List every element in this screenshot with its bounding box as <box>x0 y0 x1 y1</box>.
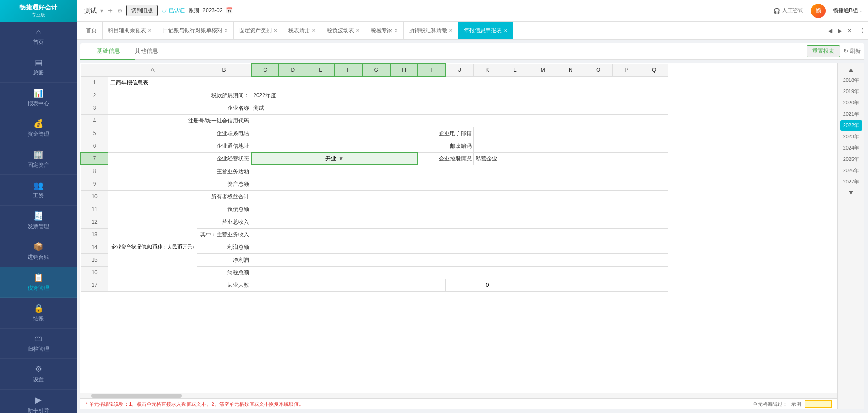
tab-tax-change[interactable]: 税负波动表 ✕ <box>321 22 365 40</box>
sidebar-item-ledger[interactable]: ▤ 总账 <box>0 52 77 83</box>
reg-no-value[interactable] <box>251 114 668 127</box>
tab-close-tax-return[interactable]: ✕ <box>312 28 316 33</box>
year-item-2019[interactable]: 2019年 <box>840 86 862 97</box>
tab-journal[interactable]: 日记账与银行对账单核对 ✕ <box>157 22 234 40</box>
horizontal-scrollbar[interactable] <box>80 393 837 398</box>
revenue-total-value[interactable] <box>251 216 668 228</box>
sub-tab-basic[interactable]: 基础信息 <box>90 43 127 60</box>
year-down-button[interactable]: ▼ <box>843 188 859 197</box>
col-p[interactable]: P <box>612 64 640 76</box>
year-item-2025[interactable]: 2025年 <box>840 154 862 164</box>
col-k[interactable]: K <box>473 64 501 76</box>
tab-tax-return[interactable]: 税表清册 ✕ <box>283 22 321 40</box>
col-d[interactable]: D <box>279 64 307 76</box>
postcode-value[interactable] <box>473 140 668 152</box>
col-h[interactable]: H <box>390 64 418 76</box>
tab-home[interactable]: 首页 <box>80 22 103 40</box>
tab-prev-icon[interactable]: ◀ <box>826 26 834 36</box>
tab-close-annual-report[interactable]: ✕ <box>504 28 507 33</box>
year-item-2020[interactable]: 2020年 <box>840 98 862 108</box>
reset-report-button[interactable]: 重置报表 <box>807 45 840 57</box>
tax-total-value[interactable] <box>251 266 668 279</box>
tab-close-fixed-type[interactable]: ✕ <box>274 28 277 33</box>
sidebar-item-archive[interactable]: 🗃 归档管理 <box>0 329 77 359</box>
email-value[interactable] <box>473 127 668 140</box>
year-item-2018[interactable]: 2018年 <box>840 75 862 85</box>
period-value-cell[interactable]: 2022年度 <box>251 89 668 102</box>
sub-tab-other[interactable]: 其他信息 <box>127 43 165 60</box>
tab-close-tax-change[interactable]: ✕ <box>356 28 359 33</box>
liab-value[interactable] <box>251 203 668 216</box>
col-e[interactable]: E <box>307 64 335 76</box>
old-version-button[interactable]: 切到旧版 <box>126 5 158 16</box>
col-f[interactable]: F <box>335 64 362 76</box>
holding-value[interactable]: 私营企业 <box>473 152 668 165</box>
sidebar-item-fixed[interactable]: 🏢 固定资产 <box>0 144 77 175</box>
col-c[interactable]: C <box>251 64 279 76</box>
employee-value3[interactable] <box>529 279 668 291</box>
sidebar-item-settings[interactable]: ⚙ 设置 <box>0 359 77 390</box>
main-revenue-value[interactable] <box>251 228 668 241</box>
address-value[interactable] <box>251 140 418 152</box>
add-company-icon[interactable]: ＋ <box>107 6 114 15</box>
scrollbar-thumb[interactable] <box>91 394 182 398</box>
year-item-2026[interactable]: 2026年 <box>840 165 862 176</box>
company-name-value[interactable]: 测试 <box>251 102 668 114</box>
dropdown-arrow-icon[interactable]: ▼ <box>338 155 344 162</box>
sidebar-item-tax[interactable]: 📋 税务管理 <box>0 267 77 298</box>
year-item-2021[interactable]: 2021年 <box>840 109 862 119</box>
col-j[interactable]: J <box>446 64 473 76</box>
tab-income-tax[interactable]: 所得税汇算清缴 ✕ <box>404 22 458 40</box>
sidebar-item-report[interactable]: 📊 报表中心 <box>0 83 77 113</box>
col-l[interactable]: L <box>501 64 529 76</box>
sidebar-item-invoice[interactable]: 🧾 发票管理 <box>0 206 77 236</box>
calendar-icon[interactable]: 📅 <box>226 7 233 14</box>
tab-next-icon[interactable]: ▶ <box>836 26 844 36</box>
refresh-button[interactable]: ↻ 刷新 <box>844 47 861 55</box>
company-dropdown-icon[interactable]: ▾ <box>100 8 103 14</box>
year-item-2023[interactable]: 2023年 <box>840 131 862 142</box>
tab-nav-buttons: ◀ ▶ ✕ ⛶ <box>826 26 864 36</box>
main-biz-value[interactable] <box>251 165 668 178</box>
tab-fixed-type[interactable]: 固定资产类别 ✕ <box>234 22 283 40</box>
sidebar-item-salary[interactable]: 👥 工资 <box>0 175 77 206</box>
tab-close-income-tax[interactable]: ✕ <box>449 28 453 33</box>
consult-button[interactable]: 🎧 人工咨询 <box>774 7 804 14</box>
employee-value1[interactable] <box>251 279 446 291</box>
employee-value2[interactable]: 0 <box>446 279 529 291</box>
tab-close-journal[interactable]: ✕ <box>224 28 228 33</box>
settings-icon[interactable]: ⚙ <box>118 8 123 14</box>
col-a[interactable]: A <box>108 64 197 76</box>
sidebar-item-purchase[interactable]: 📦 进销台账 <box>0 236 77 267</box>
sidebar-item-home[interactable]: ⌂ 首页 <box>0 22 77 52</box>
year-item-2022[interactable]: 2022年 <box>840 120 862 131</box>
tab-close-all-icon[interactable]: ✕ <box>845 26 854 36</box>
sidebar-item-fund[interactable]: 💰 资金管理 <box>0 113 77 144</box>
tab-aux[interactable]: 科目辅助余额表 ✕ <box>103 22 157 40</box>
year-up-button[interactable]: ▲ <box>843 65 859 74</box>
tab-close-aux[interactable]: ✕ <box>148 28 151 33</box>
tab-expand-icon[interactable]: ⛶ <box>855 26 864 36</box>
assets-value[interactable] <box>251 178 668 190</box>
year-item-2024[interactable]: 2024年 <box>840 143 862 153</box>
col-m[interactable]: M <box>529 64 557 76</box>
sheet-scroll[interactable]: A B C D E F G H I J <box>80 63 837 393</box>
tab-annual-report[interactable]: 年报信息申报表 ✕ <box>458 22 513 40</box>
year-item-2027[interactable]: 2027年 <box>840 177 862 187</box>
tab-tax-check[interactable]: 税检专家 ✕ <box>365 22 404 40</box>
col-g[interactable]: G <box>363 64 390 76</box>
sidebar-item-close[interactable]: 🔒 结账 <box>0 298 77 329</box>
phone-value[interactable] <box>251 127 418 140</box>
col-q[interactable]: Q <box>640 64 668 76</box>
net-profit-value[interactable] <box>251 253 668 266</box>
table-title[interactable]: 工商年报信息表 <box>108 76 668 89</box>
profit-total-value[interactable] <box>251 241 668 253</box>
col-n[interactable]: N <box>557 64 585 76</box>
tab-close-tax-check[interactable]: ✕ <box>394 28 398 33</box>
col-o[interactable]: O <box>585 64 612 76</box>
sidebar-item-guide[interactable]: ▶ 新手引导 <box>0 390 77 413</box>
biz-status-value[interactable]: 开业 ▼ <box>251 152 418 165</box>
equity-value[interactable] <box>251 190 668 203</box>
col-b[interactable]: B <box>197 64 251 76</box>
col-i[interactable]: I <box>418 64 445 76</box>
